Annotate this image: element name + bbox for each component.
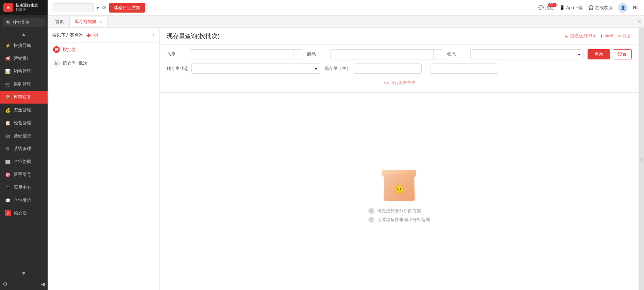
status-label: 状态 xyxy=(447,51,468,57)
settings-button[interactable]: 设置 xyxy=(613,49,632,59)
collapse-row: ∧∧ 收起更多条件 xyxy=(167,78,632,88)
empty-tip-2: 2 用过滤条件来缩小分析范围 xyxy=(368,217,430,223)
footer-settings-button[interactable]: ⚙ xyxy=(3,281,7,287)
sidebar-item-quick-nav[interactable]: ⚡ 快捷导航 xyxy=(0,39,48,52)
sidebar-nav: ⚡ 快捷导航 📢 营销推广 📊 销售管理 🛒 采购管理 📦 库存核算 💰 资金管… xyxy=(0,39,48,269)
stock-qty-dash: — xyxy=(422,66,430,71)
empty-tips: 1 请先选择要分析的方案 2 用过滤条件来缩小分析范围 xyxy=(368,208,430,223)
page-body: 按以下方案查询 ⊕ ⊙ 《 按 按批次 按 按仓库+批次 现存量查询(按批次) xyxy=(48,28,644,290)
export-icon: ⬆ xyxy=(600,34,604,39)
sidebar-item-inventory[interactable]: 📦 库存核算 xyxy=(0,91,48,104)
tab-home[interactable]: 首页 xyxy=(50,17,69,26)
refresh-icon: ↻ xyxy=(618,34,622,39)
sidebar-header: B 畅康通好生意 标准版 xyxy=(0,0,48,15)
product-field: 商品 ··· xyxy=(307,49,443,59)
filter-collapse-button[interactable]: 《 xyxy=(150,32,155,38)
user-name: Rit xyxy=(633,5,639,10)
query-form: 仓库 ··· 商品 ··· xyxy=(160,44,639,93)
guide-icon: 🎯 xyxy=(5,171,11,178)
main-area: ▾ ⚙ 体验行业方案 💬 消息 99+ 📱 App下载 🎧 在线客服 👤 Rit… xyxy=(48,0,644,290)
product-more-button[interactable]: ··· xyxy=(433,50,443,59)
form-row-1: 仓库 ··· 商品 ··· xyxy=(167,49,632,59)
app-download-button[interactable]: 📱 App下载 xyxy=(559,5,583,11)
more-dots-icon-2: ··· xyxy=(436,52,440,57)
empty-illustration: 😐 xyxy=(379,160,420,201)
warehouse-field: 仓库 ··· xyxy=(167,49,303,59)
tabbar: 首页 库存批次账 × × xyxy=(48,16,644,28)
status-select[interactable]: ▾ xyxy=(470,49,583,59)
query-button[interactable]: 查询 xyxy=(588,49,610,59)
scroll-up-button[interactable]: ▲ xyxy=(0,30,48,39)
finance-icon: 💰 xyxy=(5,107,11,113)
filter-item-icon-warehouse-batch: 按 xyxy=(53,60,60,67)
sidebar-item-marketing[interactable]: 📢 营销推广 xyxy=(0,52,48,65)
product-input[interactable] xyxy=(331,50,434,59)
box-face: 😐 xyxy=(394,185,404,194)
tab-close-button[interactable]: × xyxy=(99,19,103,24)
sidebar-item-guide[interactable]: 🎯 新手引导 xyxy=(0,168,48,181)
sidebar-item-purchase[interactable]: 🛒 采购管理 xyxy=(0,78,48,91)
sidebar-item-system[interactable]: ⚙ 系统管理 xyxy=(0,142,48,155)
headset-icon: 🎧 xyxy=(588,5,594,10)
sidebar-search-area: 🔍 搜索菜单 xyxy=(0,15,48,30)
online-service-button[interactable]: 🎧 在线客服 xyxy=(588,5,613,11)
mobile-icon: 📱 xyxy=(559,5,565,10)
sidebar-item-finance[interactable]: 💰 资金管理 xyxy=(0,104,48,116)
experience-industry-button[interactable]: 体验行业方案 xyxy=(109,3,145,13)
app-logo: B xyxy=(3,3,13,12)
apps-icon: 📱 xyxy=(5,184,11,191)
form-row-2: 现存量状态 ▾ 现存量（主） — xyxy=(167,64,632,74)
sidebar-item-basic[interactable]: 🗂 基础信息 xyxy=(0,129,48,142)
stock-status-select[interactable]: ▾ xyxy=(191,64,320,74)
scroll-down-button[interactable]: ▼ xyxy=(0,269,48,278)
enterprise-icon: 🏢 xyxy=(5,159,11,165)
sidebar-item-wechat[interactable]: 💬 企业微信 xyxy=(0,194,48,207)
search-menu-button[interactable]: 🔍 搜索菜单 xyxy=(3,18,45,27)
refresh-button[interactable]: ↻ 刷新 xyxy=(618,33,632,39)
basic-icon: 🗂 xyxy=(5,133,11,139)
topbar-right: 💬 消息 99+ 📱 App下载 🎧 在线客服 👤 Rit xyxy=(538,3,639,13)
more-dots-icon: ··· xyxy=(296,52,300,57)
filter-item-warehouse-batch[interactable]: 按 按仓库+批次 xyxy=(48,56,159,70)
warehouse-input[interactable] xyxy=(190,50,293,59)
topbar-gear-button[interactable]: ⚙ xyxy=(102,4,106,11)
print-dropdown-icon: ▾ xyxy=(593,34,596,39)
filter-add-button[interactable]: ⊕ xyxy=(86,32,91,38)
title-actions: 🖨 按模板打印 ▾ ⬆ 导出 ↻ 刷新 xyxy=(564,33,632,39)
sidebar-item-sales[interactable]: 📊 销售管理 xyxy=(0,65,48,78)
filter-settings-button[interactable]: ⊙ xyxy=(94,32,98,38)
sidebar-collapse-button[interactable]: ◀ xyxy=(41,281,45,287)
empty-tip-1: 1 请先选择要分析的方案 xyxy=(368,208,421,214)
system-icon: ⚙ xyxy=(5,146,11,152)
topbar-search-input[interactable] xyxy=(53,3,94,12)
topbar-dropdown-button[interactable]: ▾ xyxy=(97,5,99,11)
right-panel-hint[interactable]: ❯ xyxy=(639,28,644,290)
user-avatar[interactable]: 👤 xyxy=(618,3,628,13)
message-icon: 💬 xyxy=(538,5,544,10)
product-input-wrapper: ··· xyxy=(330,49,443,59)
filter-panel-title: 按以下方案查询 xyxy=(52,32,83,38)
stock-qty-max-input[interactable] xyxy=(430,64,498,74)
marketing-icon: 📢 xyxy=(5,55,11,61)
stock-qty-min-input[interactable] xyxy=(354,64,422,74)
chevron-up-icon: ∧∧ xyxy=(383,80,389,85)
collapse-conditions-button[interactable]: ∧∧ 收起更多条件 xyxy=(383,80,415,86)
messages-button[interactable]: 💬 消息 99+ xyxy=(538,5,554,11)
close-all-tabs-button[interactable]: × xyxy=(638,18,641,25)
print-button[interactable]: 🖨 按模板打印 ▾ xyxy=(564,33,596,39)
stock-qty-field: 现存量（主） — xyxy=(324,64,632,74)
sidebar-item-operations[interactable]: 📋 经营管理 xyxy=(0,116,48,129)
sidebar-item-member[interactable]: V 畅会员 xyxy=(0,207,48,220)
warehouse-input-wrapper: ··· xyxy=(190,49,303,59)
topbar: ▾ ⚙ 体验行业方案 💬 消息 99+ 📱 App下载 🎧 在线客服 👤 Rit xyxy=(48,0,644,16)
sales-icon: 📊 xyxy=(5,68,11,74)
stock-status-field: 现存量状态 ▾ xyxy=(167,64,320,74)
warehouse-more-button[interactable]: ··· xyxy=(293,50,303,59)
filter-item-batch[interactable]: 按 按批次 xyxy=(48,43,159,56)
sidebar-item-enterprise[interactable]: 🏢 企业协同 xyxy=(0,155,48,168)
tab-inventory-batch[interactable]: 库存批次账 × xyxy=(69,17,108,26)
sidebar-item-apps[interactable]: 📱 应用中心 xyxy=(0,181,48,194)
filter-item-icon-batch: 按 xyxy=(53,46,60,53)
export-button[interactable]: ⬆ 导出 xyxy=(600,33,614,39)
warehouse-label: 仓库 xyxy=(167,51,187,57)
